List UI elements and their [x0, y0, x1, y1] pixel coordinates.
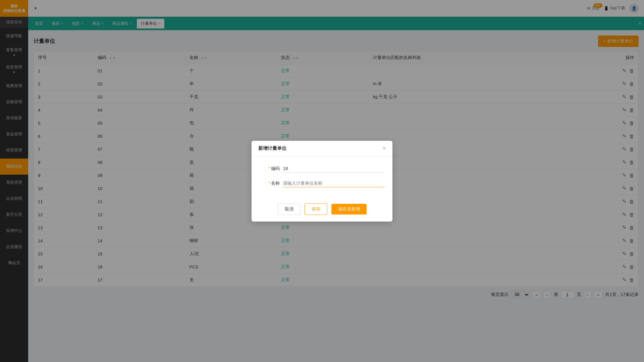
modal-title: 新增计量单位 — [258, 145, 286, 152]
modal-header: 新增计量单位 × — [252, 141, 392, 157]
add-unit-modal: 新增计量单位 × 编码 名称 取消 保存 保存并新增 — [252, 141, 392, 222]
modal-body: 编码 名称 — [252, 157, 392, 199]
save-button[interactable]: 保存 — [305, 203, 327, 215]
cancel-button[interactable]: 取消 — [278, 203, 301, 215]
name-field-row: 名称 — [260, 179, 384, 187]
name-label: 名称 — [260, 180, 280, 186]
save-and-new-button[interactable]: 保存并新增 — [331, 204, 367, 215]
name-input[interactable] — [283, 179, 384, 187]
code-field-row: 编码 — [260, 165, 384, 173]
modal-overlay: 新增计量单位 × 编码 名称 取消 保存 保存并新增 — [0, 0, 644, 362]
code-label: 编码 — [260, 166, 280, 172]
code-input[interactable] — [283, 165, 384, 173]
modal-close-button[interactable]: × — [383, 145, 386, 152]
modal-footer: 取消 保存 保存并新增 — [252, 199, 392, 222]
